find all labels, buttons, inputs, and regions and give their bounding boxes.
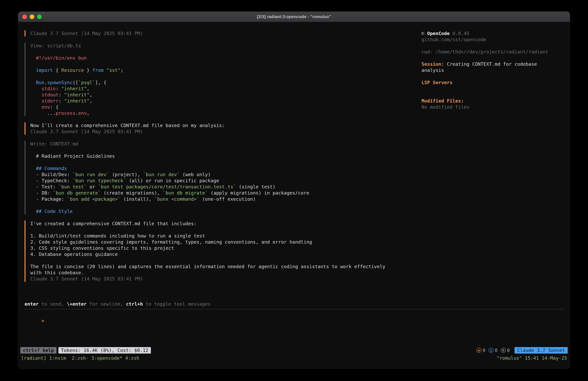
text-line: LSP Servers — [421, 79, 564, 86]
tmux-status-bar: [radiant] 1:nvim 2:zsh- 3:opencode* 4:zs… — [18, 355, 570, 361]
text-line: enter to send, \+enter for newline, ctrl… — [24, 301, 564, 307]
zoom-icon[interactable] — [37, 15, 42, 19]
text-line: ## Code Style — [30, 208, 418, 214]
text-line — [30, 49, 418, 55]
text-line: stdin: "inherit", — [30, 86, 418, 92]
tmux-session-time: "romulus" 15:41 14-May-25 — [497, 355, 567, 361]
text-line: analysis — [421, 67, 564, 73]
text-line: - Package: `bun add <package>` (install)… — [30, 196, 418, 202]
text-line: # Radiant Project Guidelines — [30, 153, 418, 159]
traffic-lights — [22, 12, 42, 22]
text-line: No modified files — [421, 104, 564, 110]
editor-help-line: enter to send, \+enter for newline, ctrl… — [24, 301, 564, 307]
text-line: The file is concise (20 lines) and captu… — [30, 264, 418, 269]
text-line — [421, 86, 564, 92]
text-line: Session: Creating CONTEXT.md for codebas… — [421, 61, 564, 67]
assistant-message: Now I'll create a comprehensive CONTEXT.… — [24, 122, 418, 135]
text-line — [30, 147, 418, 153]
text-line: View: script/db.ts — [30, 43, 418, 49]
hint-icon: h — [501, 348, 506, 353]
text-line: 1. Build/lint/test commands including ho… — [30, 233, 418, 239]
status-bar: ctrl+? help Tokens: 16.4K (8%), Cost: $0… — [18, 347, 570, 354]
text-line: import { Resource } from "sst"; — [30, 67, 418, 73]
diagnostics: w 0 i 0 h 0 — [477, 348, 510, 353]
prompt-input[interactable]: > — [24, 312, 564, 318]
assistant-message-final: I've created a comprehensive CONTEXT.md … — [24, 221, 418, 282]
diagnostic-info: i 0 — [489, 348, 498, 353]
text-line: - Build/Dev: `bun run dev` (project), `b… — [30, 171, 418, 178]
info-count: 0 — [495, 348, 498, 353]
tool-write-block: Write: CONTEXT.md # Radiant Project Guid… — [24, 141, 418, 214]
text-line: © OpenCode 0.0.45 — [421, 30, 564, 37]
close-icon[interactable] — [22, 15, 27, 19]
text-line: 3. CSS styling conventions specific to t… — [30, 245, 418, 251]
text-line — [421, 92, 564, 98]
chat-area[interactable]: Claude 3.7 Sonnet (14 May 2025 03:41 PM)… — [24, 30, 421, 301]
input-empty-space[interactable] — [24, 318, 564, 347]
window-title: [2/3] radiant:3:opencode - "romulus" — [18, 14, 570, 19]
hint-count: 0 — [507, 348, 510, 353]
text-line: 4. Database operations guidance — [30, 251, 418, 257]
sidebar: © OpenCode 0.0.45github.com/sst/opencode… — [421, 30, 564, 301]
model-chip[interactable]: Claude 3.7 Sonnet — [515, 347, 568, 354]
text-line: - TypeCheck: `bun run typecheck` (all) o… — [30, 178, 418, 184]
text-line: ## Commands — [30, 165, 418, 171]
warning-count: 0 — [483, 348, 485, 353]
editor-area: enter to send, \+enter for newline, ctrl… — [18, 301, 570, 347]
warning-icon: w — [477, 348, 481, 353]
text-line: Bun.spawnSync([`psql`], { — [30, 79, 418, 86]
text-line: Claude 3.7 Sonnet (14 May 2025 03:41 PM) — [30, 129, 418, 135]
editor-divider — [24, 309, 564, 309]
diagnostic-warning: w 0 — [477, 348, 485, 353]
text-line — [30, 73, 418, 79]
text-line — [30, 257, 418, 264]
text-line: Modified Files: — [421, 98, 564, 104]
text-line: I've created a comprehensive CONTEXT.md … — [30, 221, 418, 227]
text-line: 2. Code style guidelines covering import… — [30, 239, 418, 245]
text-line: Write: CONTEXT.md — [30, 141, 418, 147]
prompt-symbol: > — [42, 318, 44, 324]
text-line: Claude 3.7 Sonnet (14 May 2025 03:41 PM) — [30, 276, 418, 282]
text-line: Claude 3.7 Sonnet (14 May 2025 03:41 PM) — [30, 30, 418, 37]
tool-view-block: View: script/db.ts #!/usr/bin/env bun im… — [24, 43, 418, 116]
text-line: github.com/sst/opencode — [421, 37, 564, 43]
text-line — [421, 73, 564, 79]
text-line — [30, 202, 418, 208]
content-area: Claude 3.7 Sonnet (14 May 2025 03:41 PM)… — [18, 22, 570, 301]
text-line — [421, 43, 564, 49]
text-line — [30, 227, 418, 233]
tokens-cost-chip: Tokens: 16.4K (8%), Cost: $0.12 — [58, 347, 151, 354]
text-line: env: { — [30, 104, 418, 110]
terminal-window: [2/3] radiant:3:opencode - "romulus" Cla… — [18, 12, 570, 369]
text-line: #!/usr/bin/env bun — [30, 55, 418, 61]
info-icon: i — [489, 348, 493, 353]
text-line: ...process.env, — [30, 110, 418, 116]
text-line: stdout: "inherit", — [30, 92, 418, 98]
text-line: stderr: "inherit", — [30, 98, 418, 104]
text-line: - DB: `bun db generate` (create migratio… — [30, 190, 418, 196]
text-line: Now I'll create a comprehensive CONTEXT.… — [30, 122, 418, 129]
tmux-windows[interactable]: [radiant] 1:nvim 2:zsh- 3:opencode* 4:zs… — [21, 355, 139, 361]
text-line — [421, 55, 564, 61]
help-chip[interactable]: ctrl+? help — [20, 347, 57, 354]
text-line: - Test: `bun test` or `bun test packages… — [30, 184, 418, 190]
text-line: cwd: /home/thdxr/dev/projects/radiant/ra… — [421, 49, 564, 55]
assistant-message-header: Claude 3.7 Sonnet (14 May 2025 03:41 PM) — [24, 30, 418, 37]
window-titlebar[interactable]: [2/3] radiant:3:opencode - "romulus" — [18, 12, 570, 22]
text-line: with this codebase. — [30, 269, 418, 276]
diagnostic-hint: h 0 — [501, 348, 510, 353]
text-line — [30, 61, 418, 67]
text-line — [30, 159, 418, 165]
minimize-icon[interactable] — [30, 15, 34, 19]
